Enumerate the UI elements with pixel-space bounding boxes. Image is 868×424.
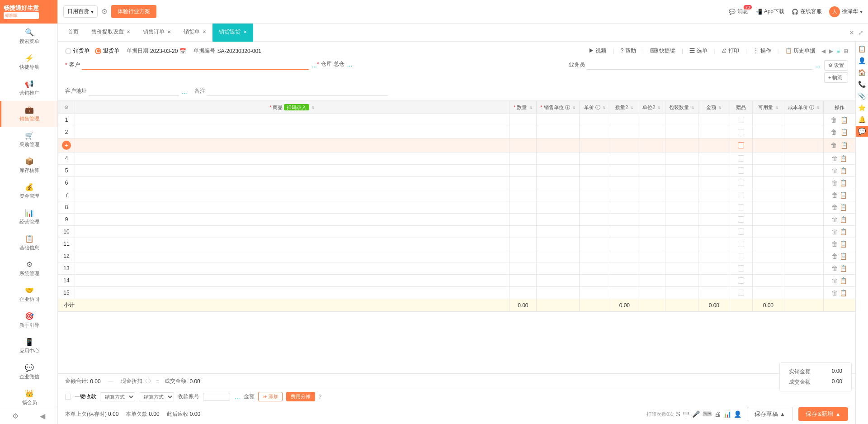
delete-row-8-icon[interactable]: 🗑 [831,204,838,211]
print-tool-1[interactable]: S [676,410,680,418]
tab-expand-icon[interactable]: ⤢ [857,28,864,37]
price-cell-1[interactable] [579,114,611,126]
tab-sales-close[interactable]: ✕ [203,29,206,34]
available-cell-3[interactable] [752,138,784,152]
nav-next-icon[interactable]: ▶ [829,48,833,54]
qty-cell-3[interactable] [509,138,537,152]
gift-checkbox-9[interactable] [738,216,744,223]
warehouse-dots-btn[interactable]: ... [347,61,353,68]
copy-row-6-icon[interactable]: 📋 [840,179,847,186]
user-profile[interactable]: 人 徐泽华 ▾ [829,6,863,17]
unit-cell-1[interactable] [537,114,579,126]
toolbar-video[interactable]: ▶ 视频 [586,46,609,56]
print-tool-4[interactable]: ⌨ [703,410,712,418]
cost-cell-2[interactable] [784,126,823,138]
staff-input[interactable] [587,60,812,70]
copy-row-3-icon[interactable]: 📋 [840,142,848,149]
address-input[interactable] [89,86,179,96]
qty2-cell-1[interactable] [611,114,638,126]
delete-row-9-icon[interactable]: 🗑 [831,216,838,223]
delete-row-14-icon[interactable]: 🗑 [831,277,838,284]
delete-row-10-icon[interactable]: 🗑 [831,228,838,235]
sidebar-item-marketing[interactable]: 📢 营销推广 [0,75,57,101]
unit2-cell-2[interactable] [638,126,665,138]
sidebar-item-apps[interactable]: 📱 应用中心 [0,333,57,359]
discount-info-icon[interactable]: ⓘ [146,378,151,385]
gift-checkbox-4[interactable] [738,155,744,162]
available-cell-2[interactable] [752,126,784,138]
save-new-button[interactable]: 保存&新增 ▲ [798,407,848,421]
unit-cell-3[interactable] [537,138,579,152]
copy-row-5-icon[interactable]: 📋 [840,167,847,174]
right-panel-icon-1[interactable]: 📋 [856,43,868,54]
copy-row-13-icon[interactable]: 📋 [840,265,847,272]
sidebar-item-basic[interactable]: 📋 基础信息 [0,230,57,256]
tab-sales-return-close[interactable]: ✕ [243,29,247,34]
sidebar-item-enterprise[interactable]: 🤝 企业协同 [0,281,57,307]
gift-checkbox-14[interactable] [738,277,744,284]
delete-row-5-icon[interactable]: 🗑 [831,167,838,174]
calendar-icon[interactable]: 📅 [179,48,186,54]
gift-checkbox-11[interactable] [738,241,744,247]
sidebar-item-sales[interactable]: 💼 销售管理 [0,101,57,127]
gift-checkbox-15[interactable] [738,290,744,296]
copy-row-1-icon[interactable]: 📋 [840,116,848,124]
right-panel-icon-8[interactable]: 💬 [856,126,868,137]
gift-checkbox-7[interactable] [738,192,744,198]
address-dots-btn[interactable]: ... [182,88,187,95]
online-service-button[interactable]: 🎧 在线客服 [792,8,822,15]
gift-checkbox-10[interactable] [738,229,744,235]
toolbar-history[interactable]: 📋 历史单据 [783,46,818,56]
customer-input[interactable] [82,60,309,70]
pack-cell-2[interactable] [665,126,698,138]
right-panel-icon-7[interactable]: 🔔 [856,114,868,125]
gift-checkbox-3[interactable] [738,142,744,148]
product-cell-2[interactable] [75,126,509,138]
amount-cell-2[interactable] [698,126,730,138]
unit2-cell-3[interactable] [638,138,665,152]
amount-cell-3[interactable] [698,138,730,152]
toolbar-help[interactable]: ? 帮助 [618,46,639,56]
sidebar-item-wechat[interactable]: 💬 企业微信 [0,359,57,385]
product-cell-1[interactable] [75,114,509,126]
copy-row-15-icon[interactable]: 📋 [840,289,847,296]
copy-row-4-icon[interactable]: 📋 [840,155,847,162]
save-draft-button[interactable]: 保存草稿 ▲ [747,407,793,421]
sidebar-item-system[interactable]: ⚙ 系统管理 [0,256,57,281]
settings-bottom-icon[interactable]: ⚙ [12,412,19,420]
logistics-side-btn[interactable]: + 物流 [824,72,848,83]
view-icon-list[interactable]: ≡ [837,48,840,54]
staff-dots-btn[interactable]: ... [815,62,821,69]
right-panel-icon-2[interactable]: 👤 [856,55,868,66]
delete-row-4-icon[interactable]: 🗑 [831,155,838,162]
radio-sales[interactable]: 销货单 [65,47,90,55]
tab-sales-return[interactable]: 销货退货 ✕ [212,24,253,42]
sidebar-item-inventory[interactable]: 📦 库存核算 [0,152,57,178]
cost-cell-3[interactable] [784,138,823,152]
sidebar-item-finance[interactable]: 💰 资金管理 [0,178,57,204]
unit-cell-2[interactable] [537,126,579,138]
category-select[interactable]: 日用百货 ▾ [63,5,98,18]
fee-split-btn[interactable]: 费用分摊 [286,392,315,401]
right-panel-icon-5[interactable]: 📎 [856,91,868,101]
column-settings-icon[interactable]: ⚙ [64,105,69,110]
settlement-select[interactable]: 结算方式 [100,392,135,401]
available-cell-1[interactable] [752,114,784,126]
tab-price-settings-close[interactable]: ✕ [127,29,130,34]
price-cell-2[interactable] [579,126,611,138]
calculation-select[interactable]: 结算方式 [139,392,174,401]
app-download-button[interactable]: 📲 App下载 [755,8,784,15]
settings-side-btn[interactable]: ⚙ 设置 [824,60,848,71]
sidebar-item-member[interactable]: 👑 畅会员 [0,385,57,408]
copy-row-14-icon[interactable]: 📋 [840,277,847,284]
gift-checkbox-8[interactable] [738,204,744,210]
add-payment-btn[interactable]: + + 添加 [258,392,283,401]
amount-cell-1[interactable] [698,114,730,126]
print-tool-7[interactable]: 👤 [734,410,741,418]
price-cell-3[interactable] [579,138,611,152]
delete-row-11-icon[interactable]: 🗑 [831,240,838,248]
topbar-gear-icon[interactable]: ⚙ [101,7,108,16]
sidebar-item-guide[interactable]: 🎯 新手引导 [0,307,57,333]
tab-home[interactable]: 首页 [61,24,85,42]
qty-cell-1[interactable] [509,114,537,126]
